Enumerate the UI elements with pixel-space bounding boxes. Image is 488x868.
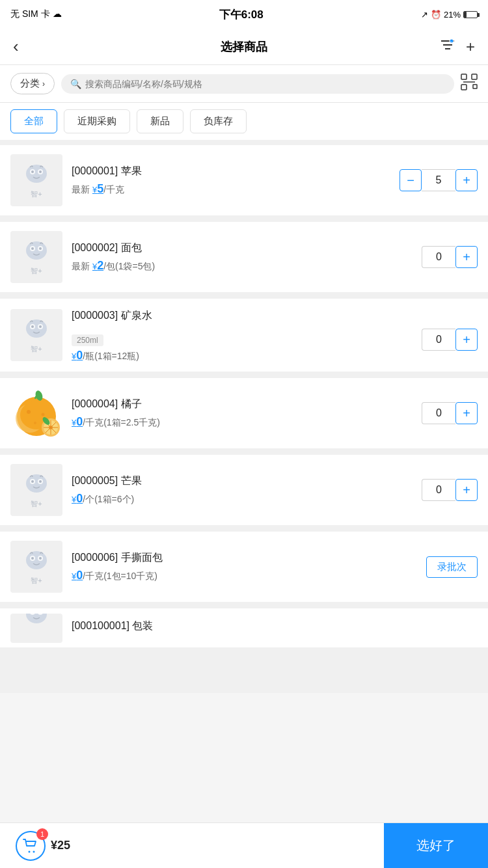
quantity-control: + xyxy=(422,402,478,424)
list-item: [000100001] 包装 xyxy=(0,608,488,647)
cart-section: 1 ¥25 xyxy=(0,831,384,861)
category-button[interactable]: 分类 › xyxy=(10,73,55,94)
svg-point-20 xyxy=(26,319,47,338)
svg-point-29 xyxy=(27,410,31,414)
product-image xyxy=(10,614,62,643)
product-info: [0000003] 矿泉水 250ml ¥0/瓶(1箱=12瓶) xyxy=(72,309,422,362)
svg-point-48 xyxy=(31,557,34,560)
price-unit: /瓶(1箱=12瓶) xyxy=(83,351,139,361)
product-info: [0000002] 面包 最新 ¥2/包(1袋=5包) xyxy=(72,241,422,273)
svg-point-38 xyxy=(49,426,53,429)
quantity-increase-button[interactable]: + xyxy=(455,246,478,268)
add-button[interactable]: + xyxy=(466,38,475,56)
price-value: 5 xyxy=(97,182,103,195)
brand-text: 智+ xyxy=(23,500,49,508)
svg-rect-6 xyxy=(461,85,467,90)
quantity-input[interactable] xyxy=(422,479,455,501)
product-image: 智+ xyxy=(10,541,62,593)
product-name: [0000005] 芒果 xyxy=(72,474,422,488)
price-unit: /千克(1箱=2.5千克) xyxy=(83,417,160,427)
svg-point-56 xyxy=(33,850,35,852)
nav-bar: ‹ 选择商品 ! + xyxy=(0,29,488,65)
quantity-input[interactable] xyxy=(422,402,455,424)
svg-point-14 xyxy=(39,170,42,173)
product-placeholder-icon: 智+ xyxy=(23,239,49,275)
filter-icon[interactable]: ! xyxy=(440,38,455,55)
product-spec: 250ml xyxy=(72,334,103,346)
svg-point-30 xyxy=(42,413,45,416)
product-info: [000100001] 包装 xyxy=(72,619,478,637)
status-bar: 无 SIM 卡 ☁ 下午6:08 ↗ ⏰ 21% xyxy=(0,0,488,29)
product-placeholder-icon: 智+ xyxy=(23,549,49,585)
price-label-prefix: 最新 xyxy=(72,261,92,271)
search-bar: 🔍 xyxy=(61,74,454,94)
cart-button[interactable]: 1 xyxy=(16,831,46,861)
svg-point-44 xyxy=(39,480,42,483)
quantity-increase-button[interactable]: + xyxy=(455,479,478,501)
status-right: ↗ ⏰ 21% xyxy=(421,10,478,20)
svg-point-10 xyxy=(26,165,47,183)
confirm-button[interactable]: 选好了 xyxy=(384,823,488,869)
svg-point-24 xyxy=(39,325,42,328)
batch-record-button[interactable]: 录批次 xyxy=(426,556,478,578)
nav-left: ‹ xyxy=(13,36,19,57)
location-icon: ↗ xyxy=(421,10,428,20)
tab-recent-purchase[interactable]: 近期采购 xyxy=(64,109,130,133)
quantity-increase-button[interactable]: + xyxy=(455,402,478,424)
product-image: 智+ xyxy=(10,464,62,516)
product-image: 智+ xyxy=(10,154,62,206)
brand-text: 智+ xyxy=(23,345,49,353)
cart-total: ¥25 xyxy=(51,839,70,852)
product-info: [0000005] 芒果 ¥0/个(1箱=6个) xyxy=(72,474,422,506)
svg-point-45 xyxy=(26,551,47,569)
brand-text: 智+ xyxy=(23,576,49,585)
quantity-decrease-button[interactable]: − xyxy=(400,169,422,191)
quantity-control: 录批次 xyxy=(426,556,478,578)
svg-point-15 xyxy=(26,241,47,260)
quantity-control: + xyxy=(422,329,478,351)
product-price: ¥0/千克(1箱=2.5千克) xyxy=(72,415,422,429)
svg-point-40 xyxy=(26,474,47,493)
quantity-input[interactable] xyxy=(422,169,455,191)
list-item: 智+ [0000005] 芒果 ¥0/个(1箱=6个) + xyxy=(0,455,488,526)
product-name: [0000002] 面包 xyxy=(72,241,422,255)
chevron-right-icon: › xyxy=(42,79,45,88)
tab-negative-stock[interactable]: 负库存 xyxy=(190,109,247,133)
price-value: 2 xyxy=(97,259,103,272)
product-name: [0000001] 苹果 xyxy=(72,165,400,178)
quantity-input[interactable] xyxy=(422,246,455,268)
price-value: 0 xyxy=(76,492,83,505)
quantity-control: + xyxy=(422,246,478,268)
product-image xyxy=(10,387,62,439)
product-price: ¥0/个(1箱=6个) xyxy=(72,492,422,506)
alarm-icon: ⏰ xyxy=(431,10,441,20)
cart-icon xyxy=(23,839,38,853)
back-button[interactable]: ‹ xyxy=(13,36,19,57)
tab-all[interactable]: 全部 xyxy=(10,109,57,133)
product-image: 智+ xyxy=(10,309,62,361)
svg-point-23 xyxy=(31,325,34,328)
svg-point-13 xyxy=(31,170,34,173)
scan-icon[interactable] xyxy=(461,74,478,94)
tab-new-products[interactable]: 新品 xyxy=(137,109,183,133)
product-name: [000100001] 包装 xyxy=(72,619,478,633)
product-price: 最新 ¥5/千克 xyxy=(72,182,400,196)
quantity-increase-button[interactable]: + xyxy=(455,329,478,351)
quantity-increase-button[interactable]: + xyxy=(455,169,478,191)
tabs-bar: 全部 近期采购 新品 负库存 xyxy=(0,103,488,145)
search-icon: 🔍 xyxy=(70,79,81,89)
price-value: 0 xyxy=(76,569,83,582)
product-info: [0000006] 手撕面包 ¥0/千克(1包=10千克) xyxy=(72,551,426,582)
product-info: [0000004] 橘子 ¥0/千克(1箱=2.5千克) xyxy=(72,398,422,429)
product-list: 智+ [0000001] 苹果 最新 ¥5/千克 − + xyxy=(0,145,488,693)
product-placeholder-icon xyxy=(23,614,49,631)
bottom-bar: 1 ¥25 选好了 xyxy=(0,822,488,868)
svg-point-43 xyxy=(31,480,34,483)
product-placeholder-icon: 智+ xyxy=(23,317,49,353)
separator xyxy=(0,526,488,532)
quantity-control: + xyxy=(422,479,478,501)
price-label-prefix: 最新 xyxy=(72,184,92,195)
search-input[interactable] xyxy=(85,79,445,89)
quantity-input[interactable] xyxy=(422,329,455,351)
list-item: 智+ [0000002] 面包 最新 ¥2/包(1袋=5包) + xyxy=(0,222,488,293)
